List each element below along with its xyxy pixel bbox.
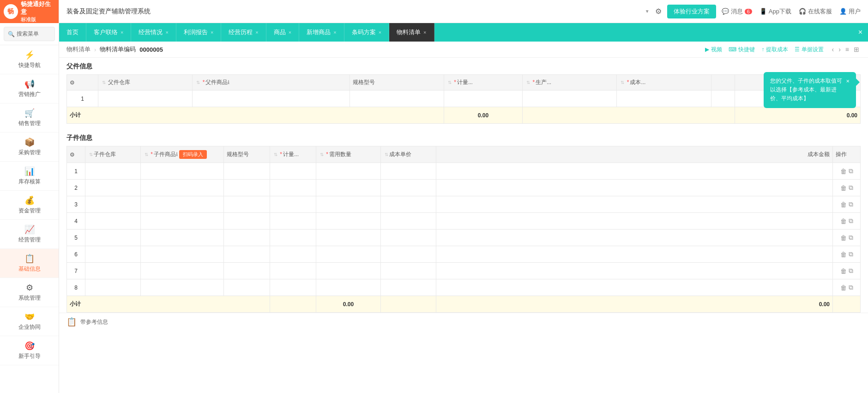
child-row-2-copy[interactable]: ⧉ <box>849 184 853 192</box>
child-row-3-warehouse[interactable] <box>85 196 141 213</box>
child-row-3-copy[interactable]: ⧉ <box>849 200 853 208</box>
child-row-1-qty[interactable] <box>316 163 381 180</box>
child-row-2-warehouse[interactable] <box>85 180 141 196</box>
user-button[interactable]: 👤 用户 <box>839 7 861 16</box>
child-row-5-unit[interactable] <box>270 230 316 246</box>
child-row-3-product[interactable] <box>141 196 224 213</box>
child-row-5-copy[interactable]: ⧉ <box>849 234 853 242</box>
single-settings-button[interactable]: ☰ 单据设置 <box>795 46 824 54</box>
child-row-4-warehouse[interactable] <box>85 213 141 230</box>
child-row-8-unit[interactable] <box>270 279 316 296</box>
child-row-1-unit[interactable] <box>270 163 316 180</box>
child-row-5-delete[interactable]: 🗑 <box>840 234 847 242</box>
child-row-8-copy[interactable]: ⧉ <box>849 284 853 291</box>
parent-row-1-product[interactable] <box>193 91 350 107</box>
child-row-8-delete[interactable]: 🗑 <box>840 284 847 291</box>
page-grid-btn[interactable]: ≡ <box>844 46 850 53</box>
child-row-4-spec[interactable] <box>224 213 270 230</box>
child-row-5-unit-price[interactable] <box>381 230 436 246</box>
child-settings-icon[interactable]: ⚙ <box>70 151 75 158</box>
child-row-2-product[interactable] <box>141 180 224 196</box>
tab-barcode-close[interactable]: × <box>379 30 381 35</box>
parent-row-1-spec[interactable] <box>350 91 444 107</box>
page-expand-btn[interactable]: ⊞ <box>852 46 861 53</box>
child-row-8-unit-price[interactable] <box>381 279 436 296</box>
child-row-6-warehouse[interactable] <box>85 246 141 263</box>
child-row-3-unit-price[interactable] <box>381 196 436 213</box>
child-row-4-unit-price[interactable] <box>381 213 436 230</box>
child-row-6-unit-price[interactable] <box>381 246 436 263</box>
child-row-8-spec[interactable] <box>224 279 270 296</box>
col-settings-icon[interactable]: ⚙ <box>70 79 75 86</box>
tab-product[interactable]: 商品 × <box>266 23 299 42</box>
child-row-6-delete[interactable]: 🗑 <box>840 251 847 258</box>
sidebar-item-basic-info[interactable]: 📋 基础信息 <box>0 249 59 278</box>
sidebar-item-operations[interactable]: 📈 经营管理 <box>0 220 59 249</box>
child-row-6-qty[interactable] <box>316 246 381 263</box>
child-row-2-unit-price[interactable] <box>381 180 436 196</box>
tab-customer-close[interactable]: × <box>121 30 123 35</box>
trial-button[interactable]: 体验行业方案 <box>667 5 716 18</box>
tab-profit[interactable]: 利润报告 × <box>176 23 221 42</box>
sidebar-item-inventory[interactable]: 📊 库存核算 <box>0 162 59 191</box>
child-row-7-unit-price[interactable] <box>381 263 436 279</box>
child-row-1-spec[interactable] <box>224 163 270 180</box>
tab-bom-close[interactable]: × <box>423 30 426 35</box>
child-row-7-delete[interactable]: 🗑 <box>840 267 847 275</box>
tab-new-product-close[interactable]: × <box>333 30 336 35</box>
child-row-1-delete[interactable]: 🗑 <box>840 168 847 175</box>
online-service-button[interactable]: 🎧 在线客服 <box>799 7 832 16</box>
child-row-3-unit[interactable] <box>270 196 316 213</box>
bottom-table-icon[interactable]: 📋 <box>66 317 77 327</box>
tab-home[interactable]: 首页 <box>59 23 86 42</box>
child-row-1-product[interactable] <box>141 163 224 180</box>
settings-icon[interactable]: ⚙ <box>655 7 662 16</box>
sidebar-item-finance[interactable]: 💰 资金管理 <box>0 191 59 220</box>
view-button[interactable]: ▶ 视频 <box>705 46 722 54</box>
sidebar-item-system[interactable]: ⚙ 系统管理 <box>0 278 59 307</box>
child-row-6-product[interactable] <box>141 246 224 263</box>
parent-row-1-unit[interactable] <box>444 91 522 107</box>
sidebar-item-guide[interactable]: 🎯 新手引导 <box>0 336 59 365</box>
sidebar-item-marketing[interactable]: 📢 营销推广 <box>0 74 59 103</box>
sidebar-item-collab[interactable]: 🤝 企业协同 <box>0 307 59 336</box>
child-row-5-warehouse[interactable] <box>85 230 141 246</box>
child-row-4-delete[interactable]: 🗑 <box>840 218 847 225</box>
child-row-7-copy[interactable]: ⧉ <box>849 267 853 275</box>
child-row-3-qty[interactable] <box>316 196 381 213</box>
page-prev-btn[interactable]: ‹ <box>830 46 835 53</box>
child-row-1-copy[interactable]: ⧉ <box>849 167 853 175</box>
child-row-5-product[interactable] <box>141 230 224 246</box>
tab-history-close[interactable]: × <box>255 30 258 35</box>
child-row-7-unit[interactable] <box>270 263 316 279</box>
child-row-2-qty[interactable] <box>316 180 381 196</box>
system-dropdown-arrow[interactable]: ▼ <box>645 9 650 14</box>
child-row-6-spec[interactable] <box>224 246 270 263</box>
child-row-7-spec[interactable] <box>224 263 270 279</box>
app-download-button[interactable]: 📱 App下载 <box>760 7 791 16</box>
scan-input-button[interactable]: 扫码录入 <box>179 150 207 159</box>
child-row-3-spec[interactable] <box>224 196 270 213</box>
tab-business-close[interactable]: × <box>165 30 168 35</box>
breadcrumb-bom-list[interactable]: 物料清单 <box>66 45 90 54</box>
tab-product-close[interactable]: × <box>289 30 291 35</box>
extract-cost-button[interactable]: ↑ 提取成本 <box>761 46 788 54</box>
close-all-tabs[interactable]: × <box>853 28 868 36</box>
child-row-6-unit[interactable] <box>270 246 316 263</box>
sidebar-item-sales[interactable]: 🛒 销售管理 <box>0 103 59 133</box>
child-row-7-qty[interactable] <box>316 263 381 279</box>
child-row-4-unit[interactable] <box>270 213 316 230</box>
child-row-8-product[interactable] <box>141 279 224 296</box>
parent-row-1-cost[interactable] <box>617 91 711 107</box>
tab-profit-close[interactable]: × <box>211 30 213 35</box>
child-row-5-spec[interactable] <box>224 230 270 246</box>
tab-customer[interactable]: 客户联络 × <box>86 23 131 42</box>
child-row-7-warehouse[interactable] <box>85 263 141 279</box>
parent-row-1-production[interactable] <box>523 91 617 107</box>
child-row-1-warehouse[interactable] <box>85 163 141 180</box>
page-next-btn[interactable]: › <box>837 46 842 53</box>
tab-barcode[interactable]: 条码方案 × <box>344 23 389 42</box>
child-row-7-product[interactable] <box>141 263 224 279</box>
child-row-5-qty[interactable] <box>316 230 381 246</box>
child-row-2-spec[interactable] <box>224 180 270 196</box>
